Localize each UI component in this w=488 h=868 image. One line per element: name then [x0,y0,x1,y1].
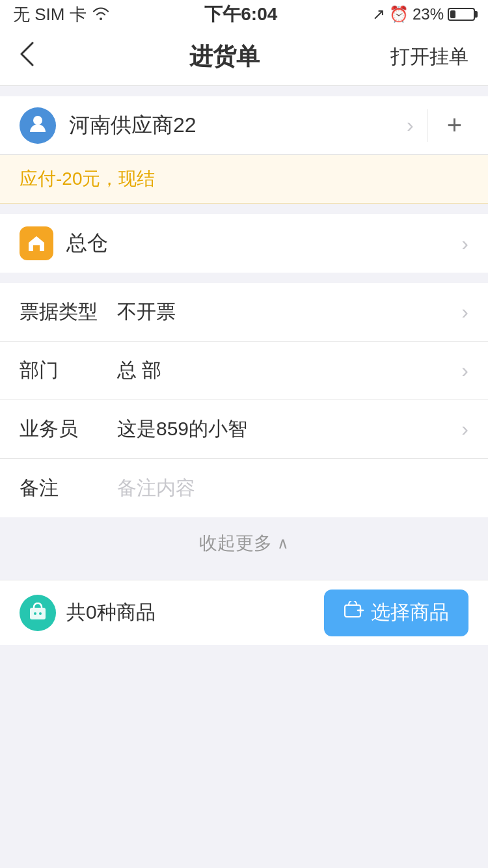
salesperson-label: 业务员 [20,416,104,442]
invoice-row[interactable]: 票据类型 不开票 › [0,283,488,342]
collapse-row[interactable]: 收起更多 ∧ [0,517,488,569]
bottom-bar: 共0种商品 选择商品 [0,580,488,645]
notice-banner: 应付-20元，现结 [0,155,488,204]
battery-icon [448,8,475,21]
divider-4 [0,569,488,580]
remark-input[interactable]: 备注内容 [104,475,468,502]
divider-3 [0,273,488,283]
supplier-chevron-icon: › [407,113,414,137]
form-section: 票据类型 不开票 › 部门 总 部 › 业务员 这是859的小智 › 备注 备注… [0,283,488,517]
wifi-icon [92,5,110,25]
warehouse-row[interactable]: 总仓 › [0,214,488,273]
divider-vertical [427,109,427,142]
salesperson-value: 这是859的小智 [104,416,455,442]
select-product-label: 选择商品 [371,599,449,626]
collapse-icon: ∧ [277,534,289,552]
supplier-avatar [20,107,56,144]
carrier-text: 无 SIM 卡 [13,3,87,26]
product-count: 共0种商品 [66,599,324,626]
status-bar: 无 SIM 卡 下午6:04 ↗ ⏰ 23% [0,0,488,29]
svg-rect-2 [30,608,46,619]
product-icon [20,595,56,631]
warehouse-section: 总仓 › [0,214,488,273]
warehouse-name: 总仓 [66,229,455,258]
back-button[interactable] [20,42,59,72]
divider-1 [0,86,488,96]
remark-label: 备注 [20,475,104,502]
department-value: 总 部 [104,357,455,384]
battery-text: 23% [413,5,444,23]
invoice-value: 不开票 [104,299,455,325]
invoice-label: 票据类型 [20,299,104,325]
department-label: 部门 [20,357,104,384]
warehouse-icon [20,226,53,260]
remark-row[interactable]: 备注 备注内容 [0,459,488,517]
nav-bar: 进货单 打开挂单 [0,29,488,86]
add-supplier-button[interactable]: + [441,111,468,140]
supplier-row[interactable]: 河南供应商22 › + [0,96,488,155]
collapse-text: 收起更多 [199,531,272,556]
status-right: ↗ ⏰ 23% [372,5,475,23]
department-chevron-icon: › [461,359,468,383]
open-pending-button[interactable]: 打开挂单 [390,44,468,70]
supplier-name: 河南供应商22 [69,111,400,140]
salesperson-row[interactable]: 业务员 这是859的小智 › [0,400,488,459]
location-icon: ↗ [372,5,385,23]
alarm-icon: ⏰ [389,5,409,23]
salesperson-chevron-icon: › [461,417,468,441]
page-title: 进货单 [189,41,260,73]
avatar-icon [27,113,48,138]
svg-point-4 [39,612,42,615]
page-filler [0,645,488,827]
svg-rect-1 [33,245,40,251]
department-row[interactable]: 部门 总 部 › [0,342,488,400]
status-time: 下午6:04 [204,2,277,27]
warehouse-chevron-icon: › [461,232,468,256]
svg-point-3 [34,612,36,615]
invoice-chevron-icon: › [461,300,468,324]
svg-point-0 [33,116,42,125]
divider-2 [0,204,488,214]
supplier-section: 河南供应商22 › + 应付-20元，现结 [0,96,488,204]
status-left: 无 SIM 卡 [13,3,110,26]
select-product-icon [344,601,364,624]
select-product-button[interactable]: 选择商品 [324,590,468,636]
